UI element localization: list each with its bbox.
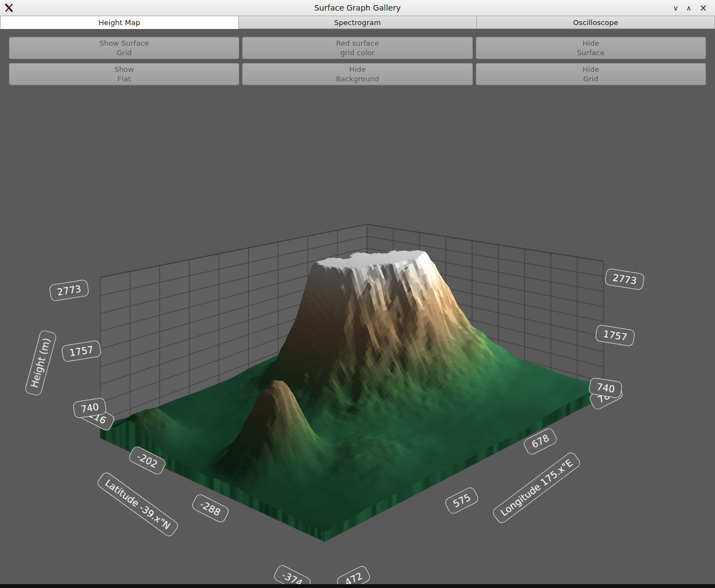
close-window-icon[interactable]: ×	[699, 3, 707, 13]
surface-controls: Show Surface Grid Red surface grid color…	[9, 37, 706, 85]
surface-plot-canvas[interactable]	[0, 0, 715, 588]
show-surface-grid-button[interactable]: Show Surface Grid	[9, 37, 239, 59]
tab-height-map[interactable]: Height Map	[0, 16, 239, 29]
window-bottom-edge	[0, 584, 715, 588]
hide-grid-button[interactable]: Hide Grid	[476, 63, 706, 85]
button-label-line: Show Surface	[99, 38, 149, 48]
button-label-line: Grid	[117, 48, 132, 57]
app-icon	[4, 3, 13, 12]
shade-window-icon[interactable]: ∨	[673, 4, 679, 12]
unshade-window-icon[interactable]: ∧	[686, 4, 692, 12]
button-label-line: Hide	[583, 38, 600, 48]
button-label-line: Flat	[118, 74, 131, 84]
button-label-line: Show	[114, 65, 134, 74]
tab-spectrogram[interactable]: Spectrogram	[239, 16, 477, 29]
button-label-line: Hide	[583, 65, 600, 74]
hide-surface-button[interactable]: Hide Surface	[476, 37, 706, 59]
surface-grid-color-button[interactable]: Red surface grid color	[242, 37, 472, 59]
button-label-line: Red surface	[336, 38, 379, 48]
button-label-line: Hide	[349, 65, 366, 74]
hide-background-button[interactable]: Hide Background	[242, 63, 472, 85]
titlebar[interactable]: Surface Graph Gallery ∨ ∧ ×	[0, 0, 715, 16]
tab-oscilloscope[interactable]: Oscilloscope	[477, 16, 715, 29]
window-controls: ∨ ∧ ×	[673, 3, 715, 13]
button-label-line: Surface	[577, 48, 605, 57]
button-label-line: Grid	[583, 74, 598, 84]
button-label-line: grid color	[340, 48, 375, 57]
show-flat-button[interactable]: Show Flat	[9, 63, 239, 85]
tabbar: Height Map Spectrogram Oscilloscope	[0, 16, 715, 29]
button-label-line: Background	[336, 74, 379, 84]
window-title: Surface Graph Gallery	[0, 3, 715, 12]
